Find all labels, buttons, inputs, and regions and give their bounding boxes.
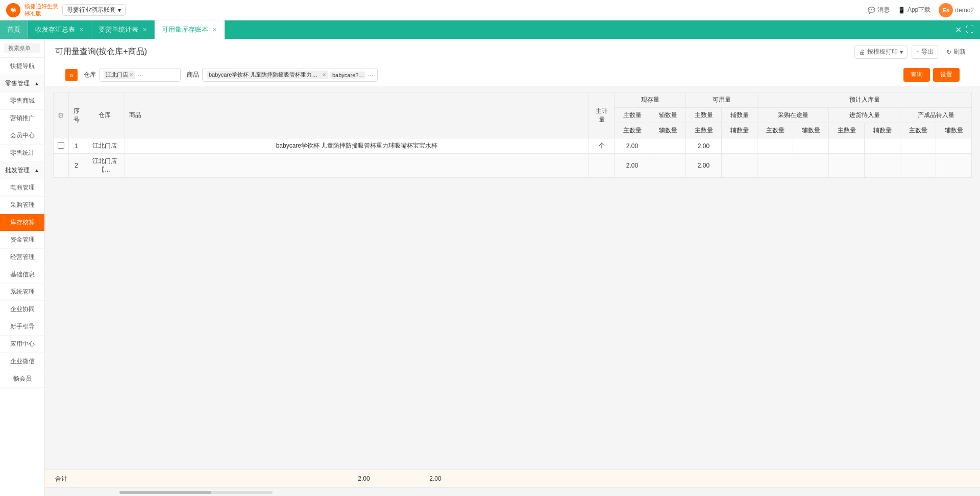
search-input[interactable] [4, 43, 40, 53]
sidebar-item-ecommerce[interactable]: 电商管理 [0, 179, 44, 197]
refresh-icon: ↻ [946, 49, 951, 56]
chevron-icon: ▲ [34, 81, 39, 86]
pur-main-subheader: 主数量 [757, 123, 793, 138]
subtotal-row: 2 江北门店【... 2.00 2.00 [54, 154, 972, 178]
table-row: 1 江北门店 babycare学饮杯 儿童防摔防撞吸管杯重力球吸嘴杯宝宝水杯 个… [54, 138, 972, 154]
current-sub-header: 辅数量 [650, 108, 686, 123]
sidebar-item-app-center[interactable]: 应用中心 [0, 336, 44, 353]
export-button[interactable]: ↑ 导出 [912, 45, 938, 59]
sidebar-item-quick-nav[interactable]: 快捷导航 [0, 58, 44, 75]
sidebar-item-system[interactable]: 系统管理 [0, 284, 44, 301]
row-avail-sub [722, 138, 757, 154]
total-current-main: 2.00 [346, 475, 382, 482]
chevron-down-icon: ▾ [900, 49, 903, 56]
row-checkbox[interactable] [54, 138, 69, 154]
tab-close-icon[interactable]: ✕ [79, 27, 84, 33]
subtotal-warehouse: 江北门店【... [84, 154, 125, 178]
chevron-down-icon: ▾ [118, 7, 121, 14]
row-unit: 个 [589, 138, 615, 154]
logo-icon: 畅 [6, 3, 20, 17]
sidebar-item-retail-mgmt[interactable]: 零售管理 ▲ [0, 75, 44, 92]
prod-sub-subheader: 辅数量 [936, 123, 972, 138]
row-current-main: 2.00 [615, 138, 650, 154]
product-tag-1: babycare学饮杯 儿童防摔防撞吸管杯重力球吸嘴杯宝宝水杯 ✕ [207, 70, 328, 79]
warehouse-input[interactable]: 江北门店 ✕ ··· [99, 68, 181, 82]
table-settings-icon[interactable]: ⚙ [58, 111, 64, 120]
avail-main-header: 主数量 [686, 108, 722, 123]
expected-in-header: 预计入库量 [757, 92, 972, 108]
more-options-icon[interactable]: ··· [137, 71, 143, 79]
subtotal-avail-main: 2.00 [686, 154, 722, 178]
settings-header: ⚙ [54, 92, 69, 138]
user-menu[interactable]: Ea demo2 [939, 3, 974, 17]
warehouse-label: 仓库 [84, 70, 96, 79]
row-pur-main [757, 138, 793, 154]
settings-button[interactable]: 设置 [933, 68, 960, 82]
tab-order-stats[interactable]: 要货单统计表 ✕ [91, 20, 155, 39]
product-header: 商品 [125, 92, 589, 138]
close-window-icon[interactable]: ✕ [955, 25, 962, 35]
tab-home[interactable]: 首页 [0, 20, 28, 39]
total-label: 合计 [55, 475, 132, 483]
total-avail-main: 2.00 [418, 475, 453, 482]
avatar: Ea [939, 3, 953, 17]
sidebar-item-enterprise-wx[interactable]: 企业微信 [0, 353, 44, 370]
product-label: 商品 [187, 70, 199, 79]
scrollbar-thumb[interactable] [119, 491, 211, 494]
query-button[interactable]: 查询 [903, 68, 930, 82]
warehouse-header: 仓库 [84, 92, 125, 138]
sidebar: 快捷导航 零售管理 ▲ 零售商城 营销推广 会员中心 零售统计 批发管理 ▲ 电… [0, 39, 45, 496]
filter-expand-button[interactable]: » [65, 69, 78, 81]
sidebar-search [0, 39, 44, 58]
tab-income-expense[interactable]: 收发存汇总表 ✕ [28, 20, 91, 39]
sidebar-item-operations[interactable]: 经营管理 [0, 249, 44, 266]
no-header: 序号 [69, 92, 84, 138]
purchase-in-header: 采购在途量 [757, 108, 829, 123]
sidebar-item-basic-info[interactable]: 基础信息 [0, 266, 44, 284]
app-download-button[interactable]: 📱 App下载 [898, 6, 930, 14]
nav-tab-end: ✕ ⛶ [949, 25, 980, 35]
production-header: 产成品待入量 [900, 108, 972, 123]
row-prod-sub [936, 138, 972, 154]
row-product: babycare学饮杯 儿童防摔防撞吸管杯重力球吸嘴杯宝宝水杯 [125, 138, 589, 154]
tab-available-stock[interactable]: 可用量库存账本 ✕ [155, 20, 225, 39]
row-inc-sub [865, 138, 900, 154]
subtotal-product [125, 154, 589, 178]
sidebar-item-vip[interactable]: 畅会员 [0, 370, 44, 388]
table-area: ⚙ 序号 仓库 商品 主计量 现存量 可用量 预计入库量 主数量 辅数量 主数量 [45, 86, 980, 469]
sidebar-item-purchase[interactable]: 采购管理 [0, 197, 44, 214]
row-current-sub [650, 138, 686, 154]
chevron-icon: ▲ [34, 168, 39, 173]
sidebar-item-marketing[interactable]: 营销推广 [0, 110, 44, 127]
refresh-button[interactable]: ↻ 刷新 [942, 45, 970, 58]
template-select[interactable]: 母婴行业演示账套 ▾ [62, 4, 126, 16]
subtotal-no: 2 [69, 154, 84, 178]
remove-warehouse-tag[interactable]: ✕ [129, 72, 133, 78]
tab-close-icon[interactable]: ✕ [142, 27, 147, 33]
sidebar-item-retail-stats[interactable]: 零售统计 [0, 145, 44, 162]
filter-row: » 仓库 江北门店 ✕ ··· 商品 [55, 64, 970, 86]
remove-product-tag1[interactable]: ✕ [322, 72, 326, 78]
avail-sub-header: 辅数量 [722, 108, 757, 123]
sidebar-item-finance[interactable]: 资金管理 [0, 231, 44, 249]
checkbox[interactable] [58, 142, 64, 149]
message-button[interactable]: 💬 消息 [868, 6, 890, 14]
sidebar-item-enterprise[interactable]: 企业协同 [0, 301, 44, 318]
product-input[interactable]: babycare学饮杯 儿童防摔防撞吸管杯重力球吸嘴杯宝宝水杯 ✕ babyca… [202, 68, 378, 82]
template-print-button[interactable]: 🖨 按模板打印 ▾ [854, 45, 908, 59]
sidebar-item-retail-shop[interactable]: 零售商城 [0, 92, 44, 110]
sidebar-item-stock[interactable]: 库存核算 [0, 214, 44, 231]
maximize-icon[interactable]: ⛶ [966, 25, 974, 34]
data-table: ⚙ 序号 仓库 商品 主计量 现存量 可用量 预计入库量 主数量 辅数量 主数量 [53, 92, 972, 178]
sidebar-item-member-center[interactable]: 会员中心 [0, 127, 44, 145]
sidebar-item-wholesale-mgmt[interactable]: 批发管理 ▲ [0, 162, 44, 179]
sidebar-item-new-guide[interactable]: 新手引导 [0, 318, 44, 336]
row-warehouse: 江北门店 [84, 138, 125, 154]
prod-main-subheader: 主数量 [900, 123, 936, 138]
available-header: 可用量 [686, 92, 757, 108]
more-options-icon[interactable]: ··· [368, 71, 374, 79]
avail-main-subheader: 主数量 [686, 123, 722, 138]
tab-close-icon[interactable]: ✕ [212, 27, 217, 33]
product-tag-2: babycare?... [330, 72, 365, 79]
message-icon: 💬 [868, 7, 875, 14]
